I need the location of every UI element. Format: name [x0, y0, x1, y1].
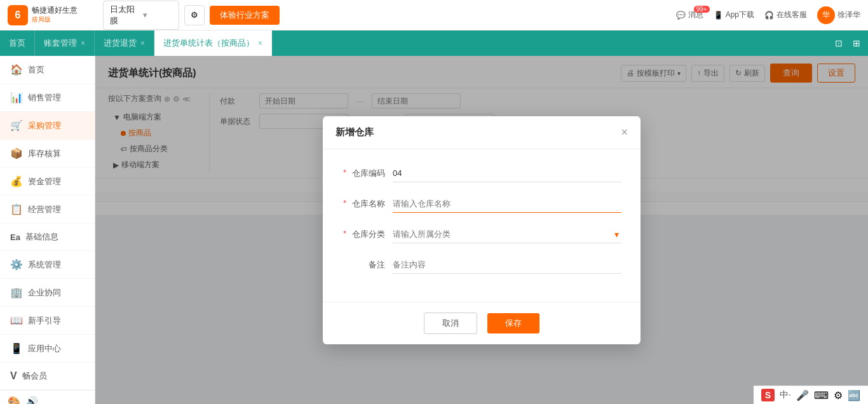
tab-purchase-return-label: 进货退货 [104, 37, 137, 49]
app-download-item[interactable]: 📱 App下载 [714, 10, 754, 20]
input-icon[interactable]: 🔤 [848, 389, 860, 401]
member-icon: V [10, 370, 17, 382]
form-row-note: 备注 [342, 256, 621, 274]
tab-bar-right: ⊡ ⊞ [832, 36, 868, 51]
tab-purchase-stats-close[interactable]: × [258, 39, 262, 48]
tab-home-label: 首页 [9, 37, 25, 49]
sidebar-item-operations-label: 经营管理 [28, 204, 61, 215]
online-service-item[interactable]: 🎧 在线客服 [764, 10, 807, 20]
sidebar-item-enterprise-label: 企业协同 [28, 287, 61, 299]
basic-info-icon: Ea [10, 232, 20, 242]
online-service-label: 在线客服 [776, 10, 807, 20]
tab-account[interactable]: 账套管理 × [35, 30, 95, 56]
speaker-icon[interactable]: 🔊 [25, 396, 38, 404]
tab-home[interactable]: 首页 [0, 30, 35, 56]
sidebar-item-inventory[interactable]: 📦 库存核算 [0, 140, 95, 168]
enterprise-icon: 🏢 [10, 286, 23, 299]
message-item[interactable]: 💬 99+ 消息 [676, 10, 703, 20]
sidebar-item-sales-label: 销售管理 [28, 92, 61, 104]
user-item[interactable]: 华 徐泽华 [817, 6, 860, 24]
chinese-icon: 中· [780, 389, 791, 401]
sidebar-item-basic-info[interactable]: Ea 基础信息 [0, 224, 95, 251]
sidebar-item-home[interactable]: 🏠 首页 [0, 56, 95, 84]
appstore-icon: 📱 [10, 342, 23, 354]
store-name: 日太阳膜 [110, 4, 139, 27]
sidebar-item-inventory-label: 库存核算 [28, 148, 61, 159]
category-wrap: ▾ [393, 226, 621, 243]
settings-gear-button[interactable]: ⚙ [184, 5, 205, 25]
sidebar-item-purchase[interactable]: 🛒 采购管理 [0, 112, 95, 140]
sidebar-item-system-label: 系统管理 [28, 259, 61, 271]
tab-purchase-return[interactable]: 进货退货 × [95, 30, 154, 56]
sidebar-item-system[interactable]: ⚙️ 系统管理 [0, 251, 95, 279]
logo-icon: 6 [8, 5, 28, 25]
tab-expand-icon[interactable]: ⊞ [850, 36, 863, 51]
trial-button[interactable]: 体验行业方案 [210, 6, 280, 25]
form-row-category: 仓库分类 ▾ [342, 226, 621, 243]
header-right: 💬 99+ 消息 📱 App下载 🎧 在线客服 华 徐泽华 [676, 6, 860, 24]
sidebar-footer: 🎨 🔊 [0, 390, 95, 404]
guide-icon: 📖 [10, 314, 23, 327]
main-layout: 🏠 首页 📊 销售管理 🛒 采购管理 📦 库存核算 💰 资金管理 📋 经营管理 … [0, 56, 868, 404]
tab-account-close[interactable]: × [81, 39, 85, 48]
sidebar-item-operations[interactable]: 📋 经营管理 [0, 196, 95, 224]
avatar: 华 [817, 6, 835, 24]
sidebar-item-home-label: 首页 [28, 64, 44, 76]
sidebar-item-finance[interactable]: 💰 资金管理 [0, 168, 95, 196]
modal-body: 仓库编码 仓库名称 仓库分类 ▾ [323, 149, 641, 302]
user-name: 徐泽华 [837, 10, 860, 20]
home-icon: 🏠 [10, 64, 23, 76]
settings-bottom-icon[interactable]: ⚙ [834, 389, 843, 401]
gear-icon: ⚙ [191, 10, 198, 20]
tab-account-label: 账套管理 [44, 37, 77, 49]
note-input[interactable] [393, 256, 621, 274]
modal-title: 新增仓库 [336, 126, 374, 138]
sidebar-item-member[interactable]: V 畅会员 [0, 363, 95, 390]
tab-bar: 首页 账套管理 × 进货退货 × 进货单统计表（按商品） × ⊡ ⊞ [0, 30, 868, 56]
name-input[interactable] [393, 195, 621, 213]
sidebar-item-guide[interactable]: 📖 新手引导 [0, 307, 95, 335]
keyboard-icon[interactable]: ⌨ [814, 389, 829, 401]
category-dropdown-arrow[interactable]: ▾ [614, 229, 619, 239]
theme-icon[interactable]: 🎨 [8, 396, 20, 404]
save-button[interactable]: 保存 [487, 313, 539, 333]
headset-icon: 🎧 [764, 11, 774, 20]
finance-icon: 💰 [10, 175, 23, 187]
avatar-initials: 华 [822, 10, 830, 20]
tab-purchase-return-close[interactable]: × [140, 39, 145, 48]
logo-sub: 搭局版 [32, 15, 78, 24]
sidebar-item-basic-info-label: 基础信息 [25, 231, 58, 243]
phone-icon: 📱 [714, 11, 723, 20]
sidebar-item-appstore-label: 应用中心 [28, 343, 61, 354]
sidebar: 🏠 首页 📊 销售管理 🛒 采购管理 📦 库存核算 💰 资金管理 📋 经营管理 … [0, 56, 95, 404]
inventory-icon: 📦 [10, 147, 23, 159]
sidebar-item-finance-label: 资金管理 [28, 176, 61, 187]
modal-header: 新增仓库 × [323, 116, 641, 149]
content-area: 进货单统计(按商品) 🖨 按模板打印 ▾ ↑ 导出 ↻ 刷新 查询 设置 [95, 56, 868, 404]
tab-restore-icon[interactable]: ⊡ [832, 36, 845, 51]
sidebar-item-purchase-label: 采购管理 [28, 120, 61, 131]
chevron-down-icon: ▾ [143, 10, 172, 20]
note-label: 备注 [342, 259, 393, 271]
store-selector[interactable]: 日太阳膜 ▾ [103, 1, 179, 30]
bottom-status-bar: S 中· 🎤 ⌨ ⚙ 🔤 [754, 386, 868, 404]
modal-close-button[interactable]: × [621, 126, 628, 138]
tab-purchase-stats-label: 进货单统计表（按商品） [163, 37, 254, 49]
sidebar-item-sales[interactable]: 📊 销售管理 [0, 84, 95, 112]
sidebar-item-guide-label: 新手引导 [28, 315, 61, 327]
category-input[interactable] [393, 226, 621, 243]
form-row-code: 仓库编码 [342, 165, 621, 182]
logo-area: 6 畅捷通好生意 搭局版 [8, 5, 103, 25]
code-input[interactable] [393, 165, 621, 182]
name-label: 仓库名称 [342, 198, 393, 210]
form-row-name: 仓库名称 [342, 195, 621, 213]
category-label: 仓库分类 [342, 229, 393, 240]
mic-icon[interactable]: 🎤 [796, 389, 809, 401]
message-badge: 99+ [694, 6, 710, 13]
sidebar-item-enterprise[interactable]: 🏢 企业协同 [0, 279, 95, 307]
sidebar-item-appstore[interactable]: 📱 应用中心 [0, 335, 95, 363]
cancel-button[interactable]: 取消 [424, 313, 477, 334]
system-icon: ⚙️ [10, 259, 23, 271]
tab-purchase-stats[interactable]: 进货单统计表（按商品） × [154, 30, 272, 56]
top-header: 6 畅捷通好生意 搭局版 日太阳膜 ▾ ⚙ 体验行业方案 💬 99+ 消息 📱 … [0, 0, 868, 30]
